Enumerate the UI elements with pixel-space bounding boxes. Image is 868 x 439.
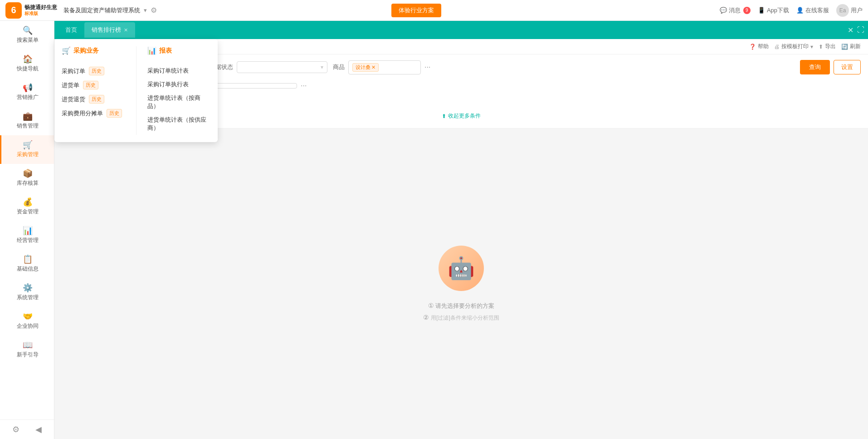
sidebar-item-enterprise[interactable]: 🤝 企业协同 [0,307,54,335]
voucher-dropdown-icon: ▾ [321,64,323,70]
sidebar-item-label-quick: 快捷导航 [17,65,39,73]
message-badge: 9 [743,7,751,14]
sidebar-item-label-guide: 新手引导 [17,351,39,359]
sidebar-item-finance[interactable]: 💰 资金管理 [0,192,54,221]
report-menu-item[interactable]: 采购订单统计表 [147,64,211,78]
refresh-icon: 🔄 [841,44,848,50]
purchase-section-title: 🛒 采购业务 [62,46,125,59]
empty-icon: 🤖 [439,246,484,291]
system-name: 装备及固定资产辅助管理系统 [63,6,140,15]
sidebar-item-guide[interactable]: 📖 新手引导 [0,335,54,364]
phone-icon: 📱 [758,7,765,14]
user-area[interactable]: Ea 用户 [836,4,863,17]
sidebar-item-purchase[interactable]: 🛒 采购管理 [0,135,54,164]
sidebar-item-label-sales: 销售管理 [17,122,39,130]
goods-tag-text: 设计桑 [356,64,371,71]
basic-icon: 📋 [23,255,33,263]
logo-text: 畅捷通好生意 标准版 [24,4,57,16]
sidebar-item-label-enterprise: 企业协同 [17,322,39,330]
refresh-button[interactable]: 🔄 刷新 [841,43,861,50]
sidebar-item-label-purchase: 采购管理 [17,151,39,158]
report-section: 📊 报表 采购订单统计表采购订单执行表进货单统计表（按商品）进货单统计表（按供应… [147,46,211,135]
message-icon: 💬 [720,7,727,14]
sidebar-item-label-basic: 基础信息 [17,265,39,273]
system-name-area: 装备及固定资产辅助管理系统 ▾ ⚙ [63,6,391,15]
sidebar-item-quick[interactable]: 🏠 快捷导航 [0,49,54,78]
query-button[interactable]: 查询 [800,60,830,74]
setting-button[interactable]: 设置 [834,60,861,74]
print-button[interactable]: 🖨 按模板打印 ▾ [774,43,813,50]
print-icon: 🖨 [774,44,780,50]
sidebar-item-basic[interactable]: 📋 基础信息 [0,250,54,278]
dropdown-menu: 🛒 采购业务 采购订单 历史 进货单 历史 进货退货 历史 采购费用分摊单 历史… [54,39,218,142]
tab-maximize-button[interactable]: ⛶ [857,26,864,35]
report-menu-item[interactable]: 进货单统计表（按供应商） [147,113,211,135]
export-button[interactable]: ⬆ 导出 [819,43,836,50]
salesman-input[interactable] [206,83,297,89]
quick-icon: 🏠 [23,55,33,63]
top-bar-center: 体验行业方案 [391,4,719,17]
finance-icon: 💰 [23,198,33,206]
industry-button[interactable]: 体验行业方案 [391,4,441,17]
purchase-section-icon: 🛒 [62,46,71,55]
app-download-button[interactable]: 📱 App下载 [758,6,789,15]
guide-icon: 📖 [23,341,33,349]
sidebar: 🔍 搜索菜单 🏠 快捷导航 📢 营销推广 💼 销售管理 🛒 采购管理 📦 库存核… [0,21,54,439]
sidebar-collapse-icon[interactable]: ◀ [35,424,42,434]
empty-hint-2: ② 用[过滤]条件来缩小分析范围 [423,314,499,322]
purchase-menu-item[interactable]: 进货单 历史 [62,78,125,92]
sidebar-item-operation[interactable]: 📊 经营管理 [0,221,54,250]
logo-sub: 标准版 [24,11,57,16]
report-menu-item[interactable]: 进货单统计表（按商品） [147,91,211,113]
search-icon: 🔍 [23,26,33,35]
report-section-title: 📊 报表 [147,46,211,59]
sidebar-item-search[interactable]: 🔍 搜索菜单 [0,21,54,49]
user-label: 用户 [851,6,863,15]
top-bar: 6 畅捷通好生意 标准版 装备及固定资产辅助管理系统 ▾ ⚙ 体验行业方案 💬 … [0,0,868,21]
system-dropdown-icon[interactable]: ▾ [144,7,147,14]
salesman-more-btn[interactable]: ··· [301,82,307,90]
help-button[interactable]: ❓ 帮助 [749,43,769,50]
sidebar-item-label-system: 系统管理 [17,294,39,301]
tab-close-sales-rank[interactable]: ✕ [124,27,128,33]
tab-bar: 首页销售排行榜✕ ✕ ⛶ [54,21,868,39]
export-icon: ⬆ [819,44,823,50]
sidebar-item-label-operation: 经营管理 [17,237,39,244]
sidebar-item-system[interactable]: ⚙️ 系统管理 [0,278,54,307]
sidebar-settings-icon[interactable]: ⚙ [12,424,20,434]
goods-more-btn[interactable]: ··· [424,63,430,71]
sidebar-item-label-marketing: 营销推广 [17,94,39,101]
system-settings-icon[interactable]: ⚙ [151,6,157,15]
online-service-button[interactable]: 👤 在线客服 [796,6,829,15]
empty-state: 🤖 ① 请先选择要分析的方案 ② 用[过滤]条件来缩小分析范围 [54,128,868,439]
report-menu-item[interactable]: 采购订单执行表 [147,78,211,91]
tab-home[interactable]: 首页 [58,22,84,38]
system-icon: ⚙️ [23,284,33,292]
goods-input[interactable]: 设计桑 ✕ [348,60,421,74]
sidebar-item-marketing[interactable]: 📢 营销推广 [0,78,54,107]
tab-close-button[interactable]: ✕ [848,26,853,35]
tab-sales-rank[interactable]: 销售排行榜✕ [84,22,135,38]
logo-icon: 6 [5,2,22,19]
sidebar-item-label-search: 搜索菜单 [17,36,39,44]
purchase-menu-item[interactable]: 采购订单 历史 [62,64,125,78]
voucher-status-input[interactable]: ▾ [237,61,327,73]
service-icon: 👤 [796,7,804,14]
print-dropdown-icon: ▾ [810,44,813,50]
purchase-section: 🛒 采购业务 采购订单 历史 进货单 历史 进货退货 历史 采购费用分摊单 历史 [62,46,125,135]
purchase-menu-item[interactable]: 进货退货 历史 [62,92,125,106]
online-service-label: 在线客服 [805,6,829,15]
sidebar-item-stock[interactable]: 📦 库存核算 [0,164,54,192]
goods-tag-close[interactable]: ✕ [371,64,375,70]
refresh-label: 刷新 [850,43,861,50]
tab-label-sales-rank: 销售排行榜 [92,26,121,34]
sidebar-item-label-stock: 库存核算 [17,179,39,187]
goods-tag[interactable]: 设计桑 ✕ [352,63,379,72]
sales-icon: 💼 [23,112,33,120]
sidebar-item-sales[interactable]: 💼 销售管理 [0,107,54,135]
message-button[interactable]: 💬 消息 9 [720,6,751,15]
menu-divider [136,46,137,135]
purchase-menu-item[interactable]: 采购费用分摊单 历史 [62,106,125,120]
enterprise-icon: 🤝 [23,312,33,321]
logo-main: 畅捷通好生意 [24,4,57,10]
